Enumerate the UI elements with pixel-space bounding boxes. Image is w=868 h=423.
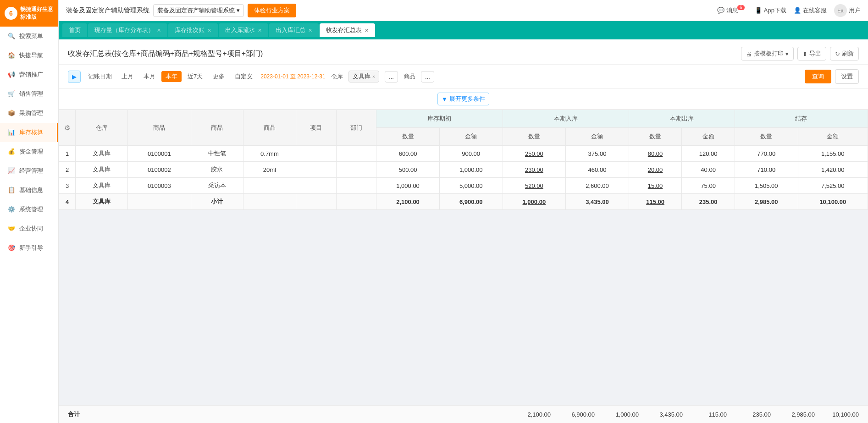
row-department — [336, 178, 376, 194]
sidebar-item-enterprise[interactable]: 🤝 企业协同 — [0, 219, 58, 238]
date-pill-more[interactable]: 更多 — [209, 71, 229, 82]
message-btn[interactable]: 💬 消息 6 — [717, 6, 747, 15]
sidebar-item-guide[interactable]: 🎯 新手引导 — [0, 238, 58, 258]
sidebar-logo: 6 畅捷通好生意 标准版 — [0, 0, 58, 27]
system-dropdown[interactable]: 装备及固定资产辅助管理系统 ▾ — [153, 4, 244, 17]
sidebar-item-sales[interactable]: 🛒 销售管理 — [0, 84, 58, 104]
sidebar-item-system[interactable]: ⚙️ 系统管理 — [0, 200, 58, 219]
tab-inout_summary[interactable]: 出入库汇总✕ — [269, 23, 319, 37]
footer-opening-qty: 2,100.00 — [514, 411, 551, 418]
sidebar-label-finance: 资金管理 — [19, 148, 43, 156]
row-out-qty[interactable]: 15.00 — [629, 178, 682, 194]
footer-in-amt: 3,435.00 — [646, 411, 683, 418]
row-in-qty[interactable]: 520.00 — [503, 178, 566, 194]
tab-close-receipt_summary[interactable]: ✕ — [365, 27, 369, 33]
sidebar-item-quick_nav[interactable]: 🏠 快捷导航 — [0, 46, 58, 65]
sidebar-item-search[interactable]: 🔍 搜索菜单 — [0, 27, 58, 46]
print-btn[interactable]: 🖨 按模板打印 ▾ — [741, 47, 794, 60]
tab-close-batch_account[interactable]: ✕ — [207, 27, 211, 33]
sidebar-item-marketing[interactable]: 📢 营销推广 — [0, 65, 58, 84]
footer-opening-amt: 6,900.00 — [558, 411, 595, 418]
sidebar-item-basic_info[interactable]: 📋 基础信息 — [0, 181, 58, 200]
col-in: 本期入库 — [503, 110, 629, 128]
query-btn[interactable]: 查询 — [805, 70, 831, 83]
dropdown-icon: ▾ — [785, 50, 789, 57]
row-goods-name: 中性笔 — [191, 146, 243, 162]
filter-toggle-btn[interactable]: ▶ — [68, 71, 81, 83]
row-opening-qty: 1,000.00 — [376, 178, 440, 194]
sidebar-label-quick_nav: 快捷导航 — [19, 51, 43, 60]
col-in-amt: 金额 — [566, 128, 629, 146]
row-in-qty[interactable]: 230.00 — [503, 162, 566, 178]
goods-more-btn[interactable]: ... — [421, 71, 434, 82]
date-pill-last_7days[interactable]: 近7天 — [183, 71, 207, 82]
settings-btn[interactable]: 设置 — [835, 69, 859, 84]
filter-row: 记账日期 上月本月本年近7天更多自定义2023-01-01 至 2023-12-… — [88, 71, 797, 82]
row-goods-spec: 20ml — [243, 162, 296, 178]
page-panel: 收发存汇总表(按仓库+商品编码+商品+规格型号+项目+部门) 🖨 按模板打印 ▾… — [59, 39, 868, 210]
sidebar-label-marketing: 营销推广 — [19, 71, 43, 79]
export-btn[interactable]: ⬆ 导出 — [797, 47, 826, 60]
tab-close-inout_summary[interactable]: ✕ — [308, 27, 312, 33]
tab-close-inout_flow[interactable]: ✕ — [258, 27, 262, 33]
table-row: 1 文具库 0100001 中性笔 0.7mm 600.00 900.00 25… — [59, 146, 868, 162]
online-service-btn[interactable]: 👤 在线客服 — [794, 6, 827, 15]
enterprise-icon: 🤝 — [7, 225, 16, 233]
expand-btn[interactable]: ▼ 展开更多条件 — [437, 93, 489, 105]
page-title: 收发存汇总表(按仓库+商品编码+商品+规格型号+项目+部门) — [68, 49, 263, 59]
row-out-qty[interactable]: 20.00 — [629, 162, 682, 178]
sidebar-item-purchase[interactable]: 📦 采购管理 — [0, 104, 58, 123]
sidebar-item-finance[interactable]: 💰 资金管理 — [0, 142, 58, 161]
inventory-icon: 📊 — [7, 128, 16, 137]
col-opening-amt: 金额 — [439, 128, 503, 146]
row-balance-amt: 1,155.00 — [798, 146, 868, 162]
warehouse-more-btn[interactable]: ... — [385, 71, 398, 82]
goods-label: 商品 — [404, 72, 415, 81]
header-left: 装备及固定资产辅助管理系统 装备及固定资产辅助管理系统 ▾ 体验行业方案 — [66, 4, 296, 17]
marketing-icon: 📢 — [7, 71, 16, 79]
col-opening-qty: 数量 — [376, 128, 440, 146]
row-balance-amt: 7,525.00 — [798, 178, 868, 194]
refresh-btn[interactable]: ↻ 刷新 — [830, 47, 859, 60]
warehouse-tag-close[interactable]: × — [372, 74, 375, 79]
row-out-qty[interactable]: 80.00 — [629, 146, 682, 162]
sidebar-item-operations[interactable]: 📈 经营管理 — [0, 161, 58, 181]
tab-batch_account[interactable]: 库存批次账✕ — [168, 23, 218, 37]
gear-icon[interactable]: ⚙ — [64, 124, 70, 132]
sidebar: 6 畅捷通好生意 标准版 🔍 搜索菜单🏠 快捷导航📢 营销推广🛒 销售管理📦 采… — [0, 0, 59, 423]
tab-receipt_summary[interactable]: 收发存汇总表✕ — [320, 23, 375, 37]
date-pill-this_year[interactable]: 本年 — [161, 71, 182, 82]
export-icon: ⬆ — [802, 50, 807, 57]
table-settings-col: ⚙ — [59, 110, 76, 146]
row-goods-name: 采访本 — [191, 178, 243, 194]
date-pill-custom[interactable]: 自定义 — [231, 71, 257, 82]
trial-btn[interactable]: 体验行业方案 — [248, 4, 296, 17]
tab-inout_flow[interactable]: 出入库流水✕ — [219, 23, 268, 37]
row-project — [296, 162, 337, 178]
date-pill-last_month[interactable]: 上月 — [117, 71, 138, 82]
sidebar-item-inventory[interactable]: 📊 库存核算 — [0, 123, 58, 142]
printer-icon: 🖨 — [746, 50, 752, 57]
row-out-amt: 75.00 — [682, 178, 735, 194]
row-balance-qty: 2,985.00 — [735, 194, 798, 210]
app-download-btn[interactable]: 📱 App下载 — [755, 6, 786, 15]
purchase-icon: 📦 — [7, 109, 16, 117]
date-pill-this_month[interactable]: 本月 — [139, 71, 160, 82]
tab-close-inventory_distribution[interactable]: ✕ — [157, 27, 161, 33]
user-menu[interactable]: Ea 用户 — [834, 4, 861, 17]
avatar: Ea — [834, 4, 847, 17]
expand-row: ▼ 展开更多条件 — [59, 89, 868, 110]
table-row: 2 文具库 0100002 胶水 20ml 500.00 1,000.00 23… — [59, 162, 868, 178]
tab-inventory_distribution[interactable]: 现存量（库存分布表）✕ — [88, 23, 167, 37]
logo-icon: 6 — [5, 7, 17, 20]
row-goods-spec: 0.7mm — [243, 146, 296, 162]
col-out: 本期出库 — [629, 110, 735, 128]
system-icon: ⚙️ — [7, 205, 16, 214]
row-opening-amt: 5,000.00 — [439, 178, 503, 194]
warehouse-label: 仓库 — [331, 72, 343, 81]
sidebar-label-sales: 销售管理 — [19, 90, 43, 98]
tab-home[interactable]: 首页 — [62, 23, 87, 37]
col-opening: 库存期初 — [376, 110, 503, 128]
row-in-qty[interactable]: 250.00 — [503, 146, 566, 162]
row-warehouse: 文具库 — [76, 162, 128, 178]
